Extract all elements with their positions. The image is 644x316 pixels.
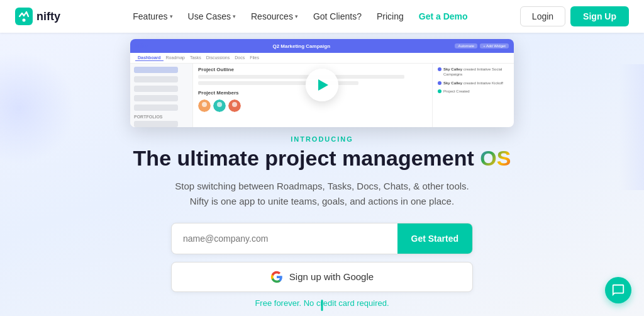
ss-dot-2 xyxy=(438,81,441,85)
ss-sidebar-overview xyxy=(134,67,178,73)
email-input[interactable] xyxy=(172,223,397,254)
ss-activity-3: Project Created xyxy=(438,89,509,94)
ss-sidebar: PORTFOLIOS IMPLEMENTATIONS xyxy=(130,62,193,127)
ss-avatar-1 xyxy=(198,99,211,112)
app-preview-container: Nifty Q2 Marketing Campaign Automate + A… xyxy=(130,39,514,130)
nav-resources[interactable]: Resources ▾ xyxy=(245,8,304,25)
logo[interactable]: nifty xyxy=(15,8,60,25)
ss-add-widget-btn: + Add Widget xyxy=(480,43,509,48)
ss-tab-discussions: Discussions xyxy=(204,55,232,61)
ss-tab-files: Files xyxy=(247,55,262,61)
google-signup-button[interactable]: Sign up with Google xyxy=(171,262,473,292)
chevron-down-icon: ▾ xyxy=(295,13,298,20)
nav-links: Features ▾ Use Cases ▾ Resources ▾ Got C… xyxy=(80,8,520,25)
chevron-down-icon: ▾ xyxy=(233,13,236,20)
nav-pricing[interactable]: Pricing xyxy=(370,8,410,25)
nav-get-demo[interactable]: Get a Demo xyxy=(413,8,474,25)
email-cta-row: Get Started xyxy=(171,223,473,254)
ss-sidebar-portfolios: PORTFOLIOS xyxy=(134,115,189,119)
nav-got-clients[interactable]: Got Clients? xyxy=(307,8,368,25)
ss-tab-roadmap: Roadmap xyxy=(164,55,187,61)
ss-tab-tasks: Tasks xyxy=(187,55,204,61)
ss-tab-docs: Docs xyxy=(232,55,247,61)
ss-automate-btn: Automate xyxy=(455,43,477,48)
blob-decoration-right xyxy=(619,64,644,190)
svg-point-7 xyxy=(232,102,237,107)
login-button[interactable]: Login xyxy=(520,6,565,26)
ss-activity-1: Sky Calley created Initiative Social Cam… xyxy=(438,67,509,77)
play-icon xyxy=(318,79,328,91)
chat-icon xyxy=(611,283,625,297)
get-started-button[interactable]: Get Started xyxy=(397,223,472,254)
ss-top-actions: Automate + Add Widget xyxy=(455,43,509,48)
ss-avatar-2 xyxy=(213,99,226,112)
chat-support-button[interactable] xyxy=(605,277,631,303)
introducing-label: INTRODUCING xyxy=(291,135,353,143)
nav-actions: Login Sign Up xyxy=(520,6,629,26)
blob-decoration-left xyxy=(0,52,75,165)
google-icon xyxy=(270,271,283,283)
ss-campaign-title: Q2 Marketing Campaign xyxy=(272,43,330,49)
ss-right-panel: Sky Calley created Initiative Social Cam… xyxy=(432,62,514,127)
hero-section: Nifty Q2 Marketing Campaign Automate + A… xyxy=(0,33,644,316)
ss-sidebar-portfolio-item xyxy=(134,121,178,127)
scroll-indicator xyxy=(321,300,323,311)
hero-subtitle: Stop switching between Roadmaps, Tasks, … xyxy=(175,179,469,209)
google-signup-label: Sign up with Google xyxy=(289,271,374,282)
ss-avatar-3 xyxy=(228,99,241,112)
ss-activity-2: Sky Calley created Initiative Kickoff xyxy=(438,81,509,86)
nav-features[interactable]: Features ▾ xyxy=(126,8,179,25)
ss-text-line-1 xyxy=(198,75,404,79)
ss-activity-text-2: Sky Calley created Initiative Kickoff xyxy=(443,81,503,86)
os-text: OS xyxy=(480,145,511,171)
ss-dot-1 xyxy=(438,67,441,71)
ss-members-row xyxy=(198,99,427,112)
logo-icon xyxy=(15,8,33,25)
nav-use-cases[interactable]: Use Cases ▾ xyxy=(182,8,242,25)
ss-activity-text-3: Project Created xyxy=(443,89,470,94)
hero-headline: The ultimate project management OS xyxy=(133,145,511,171)
svg-point-1 xyxy=(23,19,26,22)
ss-sidebar-mywork xyxy=(134,104,178,111)
play-button[interactable] xyxy=(306,69,338,101)
ss-sidebar-tasks xyxy=(134,95,178,101)
ss-logo: Nifty xyxy=(135,43,148,49)
svg-point-5 xyxy=(217,102,222,107)
navbar: nifty Features ▾ Use Cases ▾ Resources ▾… xyxy=(0,0,644,33)
ss-tab-dashboard: Dashboard xyxy=(135,55,164,61)
chevron-down-icon: ▾ xyxy=(170,13,173,20)
signup-nav-button[interactable]: Sign Up xyxy=(570,6,629,26)
logo-text: nifty xyxy=(36,10,60,23)
ss-sidebar-calendar xyxy=(134,86,178,92)
ss-sidebar-workloads xyxy=(134,76,178,82)
svg-point-3 xyxy=(202,102,207,107)
ss-dot-3 xyxy=(438,89,441,93)
ss-activity-text-1: Sky Calley created Initiative Social Cam… xyxy=(443,67,509,77)
